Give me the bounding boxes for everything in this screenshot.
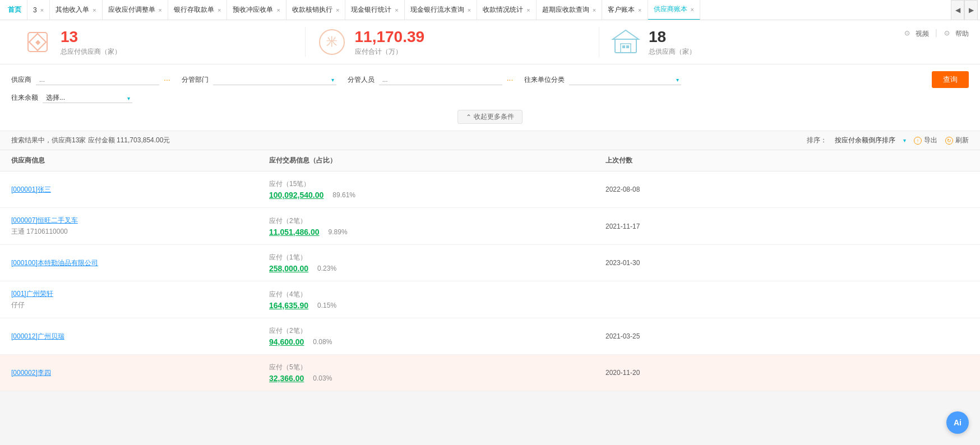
nav-tab-bank-deposit[interactable]: 银行存取款单 × xyxy=(168,0,227,20)
col-header-lastpay: 上次付数 xyxy=(605,156,969,165)
search-button[interactable]: 查询 xyxy=(932,71,969,88)
table-row[interactable]: [000001]张三 应付（15笔） 100,092,540.00 89.61%… xyxy=(0,171,980,208)
data-table: 供应商信息 应付交易信息（占比） 上次付数 [000001]张三 应付（15笔）… xyxy=(0,150,980,391)
video-link[interactable]: 视频 xyxy=(916,29,929,39)
tx-amount-3[interactable]: 258,000.00 xyxy=(269,264,308,273)
payable-total-number: 11,170.39 xyxy=(355,27,425,47)
home-label: 首页 xyxy=(8,5,21,15)
balance-select-wrapper: 选择... xyxy=(43,92,132,103)
category-filter-select[interactable] xyxy=(569,75,681,85)
close-icon[interactable]: × xyxy=(638,7,641,13)
person-filter-dots[interactable]: ··· xyxy=(507,75,514,84)
tx-amount-6[interactable]: 32,366.00 xyxy=(269,374,304,383)
tx-amount-1[interactable]: 100,092,540.00 xyxy=(269,191,323,200)
dept-filter-select[interactable] xyxy=(213,75,336,85)
close-icon[interactable]: × xyxy=(691,6,694,13)
transaction-info-3: 应付（1笔） 258,000.00 0.23% xyxy=(269,253,605,273)
close-icon[interactable]: × xyxy=(336,7,339,13)
table-row[interactable]: [001]广州荣轩 仔仔 应付（4笔） 164,635.90 0.15% xyxy=(0,281,980,318)
supplier-link-1[interactable]: [000001]张三 xyxy=(11,186,51,193)
filter-category: 往来单位分类 xyxy=(524,75,681,85)
close-icon[interactable]: × xyxy=(395,7,398,13)
summary-right-links: ⊙ 视频 │ ⊙ 帮助 xyxy=(893,27,969,57)
supplier-info-2: [000007]恒旺二手叉车 王通 17106110000 xyxy=(11,216,269,237)
col-header-supplier: 供应商信息 xyxy=(11,156,269,165)
supplier-link-6[interactable]: [000002]李四 xyxy=(11,369,51,377)
nav-tab-cash-bank-flow[interactable]: 现金银行流水查询 × xyxy=(405,0,477,20)
lastpay-date-5: 2021-03-25 xyxy=(605,332,640,340)
filter-person: 分管人员 ··· xyxy=(348,75,514,85)
table-row[interactable]: [000007]恒旺二手叉车 王通 17106110000 应付（2笔） 11,… xyxy=(0,208,980,245)
filter-dept: 分管部门 xyxy=(182,75,336,85)
nav-tab-other-income[interactable]: 其他收入单 × xyxy=(50,0,102,20)
tx-amount-5[interactable]: 94,600.00 xyxy=(269,337,304,346)
tx-amount-2[interactable]: 11,051,486.00 xyxy=(269,228,320,237)
payable-total-text: 11,170.39 应付合计（万） xyxy=(355,27,425,57)
table-row[interactable]: [000012]广州贝瑞 应付（2笔） 94,600.00 0.08% 2021… xyxy=(0,318,980,355)
close-icon[interactable]: × xyxy=(593,7,596,13)
tx-pct-3: 0.23% xyxy=(317,265,336,272)
supplier-link-2[interactable]: [000007]恒旺二手叉车 xyxy=(11,216,78,224)
supplier-info-5: [000012]广州贝瑞 xyxy=(11,332,269,341)
help-link[interactable]: 帮助 xyxy=(955,29,969,39)
video-circle-icon: ⊙ xyxy=(904,29,910,37)
table-row[interactable]: [000002]李四 应付（5笔） 32,366.00 0.03% 2020-1… xyxy=(0,355,980,391)
close-icon[interactable]: × xyxy=(159,7,162,13)
close-icon[interactable]: × xyxy=(276,7,280,13)
payable-suppliers-number: 13 xyxy=(61,27,121,47)
sort-arrow-icon[interactable]: ▾ xyxy=(903,137,906,143)
filter-row-1: 供应商 ··· 分管部门 分管人员 ··· 往来单位分类 查询 xyxy=(11,71,969,88)
dept-select-wrapper xyxy=(213,75,336,85)
summary-card-payable-suppliers: ◆ 13 总应付供应商（家） xyxy=(11,27,306,57)
nav-tab-customer-ledger[interactable]: 客户账本 × xyxy=(602,0,648,20)
sort-value[interactable]: 按应付余额倒序排序 xyxy=(835,136,895,145)
collapse-button[interactable]: ⌃ 收起更多条件 xyxy=(457,110,523,124)
col-header-transaction: 应付交易信息（占比） xyxy=(269,156,605,165)
transaction-info-6: 应付（5笔） 32,366.00 0.03% xyxy=(269,363,605,383)
tx-amount-4[interactable]: 164,635.90 xyxy=(269,301,308,310)
supplier-info-1: [000001]张三 xyxy=(11,185,269,194)
export-button[interactable]: ↑ 导出 xyxy=(914,136,937,145)
payable-suppliers-text: 13 总应付供应商（家） xyxy=(61,27,121,57)
nav-tab-overdue-ar[interactable]: 超期应收款查询 × xyxy=(537,0,602,20)
nav-tab-ap-adjust[interactable]: 应收应付调整单 × xyxy=(103,0,168,20)
total-suppliers-text: 18 总供应商（家） xyxy=(649,27,696,57)
supplier-filter-input[interactable] xyxy=(36,75,159,85)
grain-icon: 米 xyxy=(317,27,347,57)
lastpay-3: 2023-01-30 xyxy=(605,259,969,267)
close-icon[interactable]: × xyxy=(218,7,221,13)
supplier-filter-dots[interactable]: ··· xyxy=(164,75,170,84)
tab-customer-ledger-label: 客户账本 xyxy=(608,5,635,15)
person-filter-input[interactable] xyxy=(379,75,502,85)
supplier-link-3[interactable]: [000100]本特勤油品有限公司 xyxy=(11,259,98,267)
close-icon[interactable]: × xyxy=(93,7,96,13)
nav-prev-arrow[interactable]: ◀ xyxy=(951,0,964,20)
supplier-link-4[interactable]: [001]广州荣轩 xyxy=(11,290,53,298)
payable-total-label: 应付合计（万） xyxy=(355,47,425,57)
nav-tab-collection-stat[interactable]: 收款情况统计 × xyxy=(477,0,536,20)
supplier-link-5[interactable]: [000012]广州贝瑞 xyxy=(11,332,64,340)
svg-rect-7 xyxy=(621,44,631,53)
nav-tab-collection-verify[interactable]: 收款核销执行 × xyxy=(286,0,345,20)
tab-advance-offset-label: 预收冲应收单 xyxy=(233,5,273,15)
supplier-info-3: [000100]本特勤油品有限公司 xyxy=(11,258,269,268)
close-icon[interactable]: × xyxy=(40,7,44,13)
nav-tab-cash-bank-stat[interactable]: 现金银行统计 × xyxy=(345,0,404,20)
tx-pct-4: 0.15% xyxy=(317,302,336,309)
close-icon[interactable]: × xyxy=(526,7,530,13)
tx-pct-1: 89.61% xyxy=(332,191,355,199)
nav-tab-advance-offset[interactable]: 预收冲应收单 × xyxy=(227,0,286,20)
nav-tab-3[interactable]: 3 × xyxy=(27,0,50,20)
balance-filter-select[interactable]: 选择... xyxy=(43,92,132,103)
tx-label-5: 应付（2笔） xyxy=(269,326,605,336)
tx-label-6: 应付（5笔） xyxy=(269,363,605,372)
close-icon[interactable]: × xyxy=(468,7,471,13)
transaction-info-5: 应付（2笔） 94,600.00 0.08% xyxy=(269,326,605,346)
help-circle-icon: ⊙ xyxy=(944,29,950,37)
table-row[interactable]: [000100]本特勤油品有限公司 应付（1笔） 258,000.00 0.23… xyxy=(0,245,980,281)
refresh-button[interactable]: ↻ 刷新 xyxy=(945,136,969,145)
summary-bar: ◆ 13 总应付供应商（家） 米 11,170.39 应付合计（万） xyxy=(0,20,980,64)
nav-tab-supplier-ledger[interactable]: 供应商账本 × xyxy=(648,0,700,20)
nav-tab-home[interactable]: 首页 xyxy=(2,0,27,20)
nav-next-arrow[interactable]: ▶ xyxy=(964,0,978,20)
